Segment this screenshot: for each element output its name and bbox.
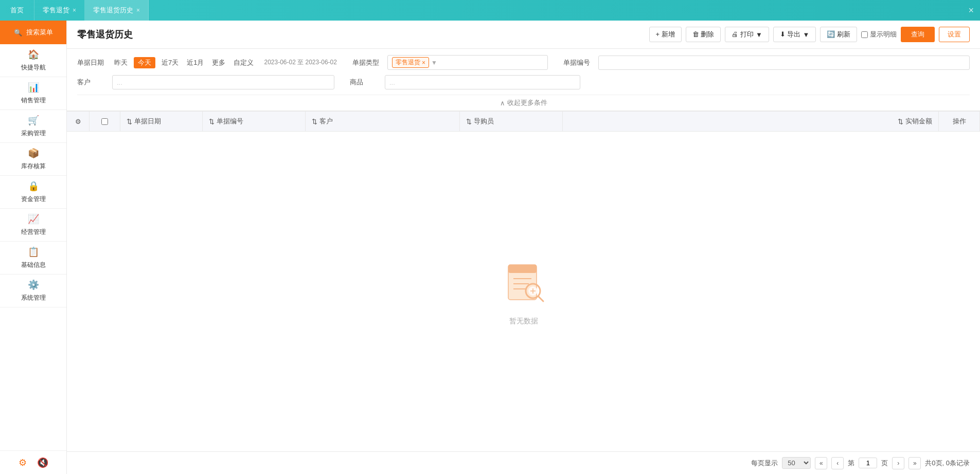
print-dropdown-arrow: ▼ [756, 31, 762, 39]
system-icon: ⚙️ [28, 279, 39, 290]
voucher-type-dropdown-arrow: ▼ [431, 59, 437, 66]
collapse-bar[interactable]: ∧ 收起更多条件 [77, 95, 970, 111]
sort-icon-amount[interactable]: ⇅ [898, 118, 903, 125]
sort-icon-guide[interactable]: ⇅ [466, 118, 472, 125]
export-dropdown-arrow: ▼ [803, 31, 810, 39]
window-close-btn[interactable]: × [968, 5, 974, 16]
svg-rect-1 [508, 265, 537, 273]
tab-bar: 首页 零售退货 × 零售退货历史 × [0, 0, 962, 21]
collapse-icon: ∧ [500, 99, 505, 107]
filter-row-1: 单据日期 昨天 今天 近7天 近1月 更多 自定义 2023-06-02 至 2… [77, 55, 970, 70]
per-page-label: 每页显示 [751, 459, 778, 468]
sidebar-item-operation[interactable]: 📈 经营管理 [0, 209, 66, 242]
select-all-checkbox[interactable] [101, 118, 108, 125]
tab-retail-return[interactable]: 零售退货 × [34, 0, 85, 21]
goods-input[interactable]: ... [385, 75, 580, 89]
sales-icon: 📊 [28, 82, 39, 93]
filter-row-2: 客户 ... 商品 ... [77, 75, 970, 89]
inventory-icon: 📦 [28, 148, 39, 159]
nav-next-button[interactable]: › [892, 457, 904, 469]
page-input[interactable] [859, 458, 877, 468]
th-customer: ⇅ 客户 [306, 112, 460, 131]
window-controls: × [962, 5, 980, 16]
tab-home[interactable]: 首页 [0, 0, 34, 21]
customer-filter-label: 客户 [77, 78, 108, 87]
settings-button[interactable]: 设置 [939, 27, 970, 42]
show-detail-checkbox[interactable] [861, 31, 868, 38]
date-opt-custom[interactable]: 自定义 [231, 57, 256, 68]
home-icon: 🏠 [28, 49, 39, 60]
delete-button[interactable]: 🗑 删除 [686, 27, 721, 42]
sidebar-item-base-info[interactable]: 📋 基础信息 [0, 242, 66, 275]
th-guide: ⇅ 导购员 [460, 112, 563, 131]
print-button[interactable]: 🖨 打印 ▼ [725, 27, 769, 42]
sidebar: 🔍 搜索菜单 🏠 快捷导航 📊 销售管理 🛒 采购管理 📦 库存核算 🔒 资金管… [0, 21, 67, 474]
settings-bottom-icon[interactable]: ⚙ [19, 457, 27, 468]
header-actions: + 新增 🗑 删除 🖨 打印 ▼ ⬇ 导出 ▼ 🔄 刷新 显示明细 查询 设置 [649, 27, 970, 42]
mute-icon[interactable]: 🔇 [37, 457, 48, 468]
filter-area: 单据日期 昨天 今天 近7天 近1月 更多 自定义 2023-06-02 至 2… [67, 49, 980, 111]
th-ops: 操作 [939, 112, 980, 131]
customer-input[interactable]: ... [112, 75, 334, 89]
goods-filter-label: 商品 [350, 78, 381, 87]
sidebar-item-finance[interactable]: 🔒 资金管理 [0, 176, 66, 209]
svg-line-7 [538, 296, 543, 301]
th-checkbox[interactable] [90, 112, 120, 131]
operation-icon: 📈 [28, 213, 39, 225]
page-label: 第 [848, 459, 854, 468]
search-icon: 🔍 [14, 29, 22, 37]
main-layout: 🔍 搜索菜单 🏠 快捷导航 📊 销售管理 🛒 采购管理 📦 库存核算 🔒 资金管… [0, 21, 980, 474]
sidebar-bottom: ⚙ 🔇 [0, 450, 66, 474]
sort-icon-number[interactable]: ⇅ [209, 118, 215, 125]
date-opt-7days[interactable]: 近7天 [159, 57, 181, 68]
nav-last-button[interactable]: » [908, 457, 921, 469]
export-button[interactable]: ⬇ 导出 ▼ [773, 27, 816, 42]
th-amount: ⇅ 实销金额 [563, 112, 939, 131]
date-opt-1month[interactable]: 近1月 [185, 57, 206, 68]
date-range-display: 2023-06-02 至 2023-06-02 [264, 58, 336, 67]
th-settings[interactable]: ⚙ [67, 112, 90, 131]
base-info-icon: 📋 [28, 246, 39, 258]
sidebar-item-quick-nav[interactable]: 🏠 快捷导航 [0, 44, 66, 77]
sidebar-search[interactable]: 🔍 搜索菜单 [0, 21, 66, 44]
main-content: 零售退货历史 + 新增 🗑 删除 🖨 打印 ▼ ⬇ 导出 ▼ 🔄 刷新 显示明细… [67, 21, 980, 474]
table-settings-icon[interactable]: ⚙ [75, 118, 81, 125]
voucher-number-input[interactable] [598, 56, 970, 70]
table-header: ⚙ ⇅ 单据日期 ⇅ 单据编号 ⇅ 客户 ⇅ [67, 111, 980, 132]
tab-retail-return-history[interactable]: 零售退货历史 × [85, 0, 149, 21]
sort-icon-date[interactable]: ⇅ [127, 118, 132, 125]
refresh-button[interactable]: 🔄 刷新 [820, 27, 857, 42]
table-area: ⚙ ⇅ 单据日期 ⇅ 单据编号 ⇅ 客户 ⇅ [67, 111, 980, 451]
sidebar-item-inventory[interactable]: 📦 库存核算 [0, 143, 66, 176]
page-header: 零售退货历史 + 新增 🗑 删除 🖨 打印 ▼ ⬇ 导出 ▼ 🔄 刷新 显示明细… [67, 21, 980, 49]
pagination: 每页显示 20 50 100 « ‹ 第 页 › » 共0页, 0条记录 [67, 451, 980, 474]
sidebar-item-purchase[interactable]: 🛒 采购管理 [0, 110, 66, 143]
date-filter-options: 昨天 今天 近7天 近1月 更多 自定义 [112, 57, 256, 68]
nav-first-button[interactable]: « [815, 457, 827, 469]
sidebar-item-system[interactable]: ⚙️ 系统管理 [0, 275, 66, 307]
finance-icon: 🔒 [28, 180, 39, 192]
th-number: ⇅ 单据编号 [203, 112, 306, 131]
tab-retail-return-history-close[interactable]: × [136, 7, 140, 14]
show-detail-checkbox-label[interactable]: 显示明细 [861, 30, 897, 39]
th-date: ⇅ 单据日期 [120, 112, 203, 131]
voucher-type-input[interactable]: 零售退货 × ▼ [387, 55, 548, 70]
date-opt-yesterday[interactable]: 昨天 [112, 57, 130, 68]
voucher-type-tag[interactable]: 零售退货 × [392, 57, 429, 68]
date-opt-more[interactable]: 更多 [210, 57, 227, 68]
query-button[interactable]: 查询 [901, 27, 935, 42]
date-opt-today[interactable]: 今天 [134, 57, 155, 68]
empty-text: 暂无数据 [509, 317, 538, 326]
tag-close-icon[interactable]: × [422, 59, 425, 66]
sidebar-item-sales[interactable]: 📊 销售管理 [0, 77, 66, 110]
pagination-summary: 共0页, 0条记录 [925, 459, 970, 468]
empty-state: 暂无数据 [67, 132, 980, 451]
voucher-type-label: 单据类型 [352, 58, 383, 67]
empty-illustration [498, 257, 549, 308]
new-button[interactable]: + 新增 [649, 27, 682, 42]
sort-icon-customer[interactable]: ⇅ [312, 118, 317, 125]
per-page-select[interactable]: 20 50 100 [782, 457, 811, 469]
nav-prev-button[interactable]: ‹ [831, 457, 844, 469]
top-bar: 首页 零售退货 × 零售退货历史 × × [0, 0, 980, 21]
tab-retail-return-close[interactable]: × [73, 7, 76, 14]
